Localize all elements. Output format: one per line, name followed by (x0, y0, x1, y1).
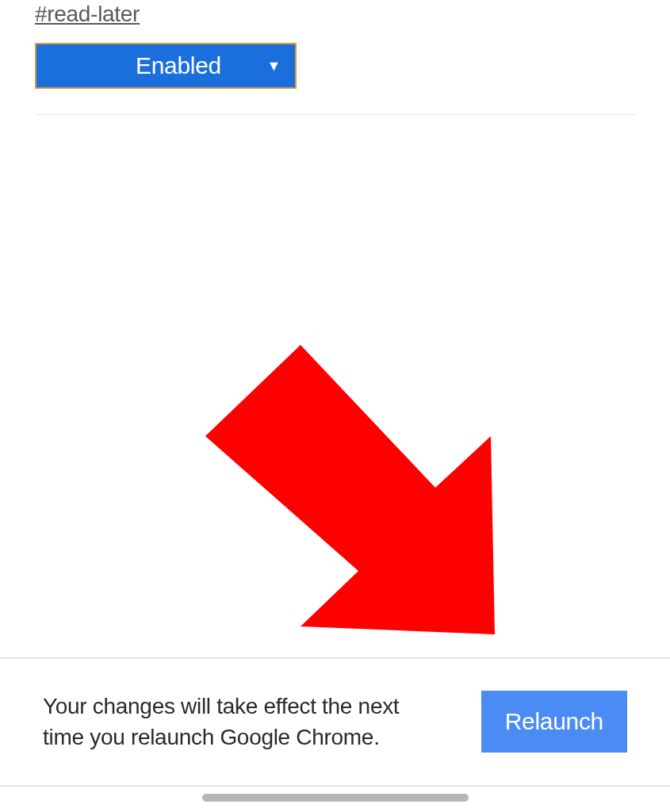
pointer-arrow-icon (162, 345, 503, 646)
relaunch-footer-bar: Your changes will take effect the next t… (0, 657, 670, 787)
chevron-down-icon: ▼ (266, 58, 281, 75)
home-indicator (202, 794, 469, 802)
content-area (35, 115, 635, 642)
flag-state-dropdown[interactable]: Enabled ▼ (35, 43, 297, 89)
dropdown-selected-value: Enabled (36, 52, 295, 79)
flag-hash-link[interactable]: #read-later (35, 0, 140, 43)
relaunch-button[interactable]: Relaunch (481, 691, 627, 753)
dropdown-wrapper: Enabled ▼ (35, 43, 635, 114)
relaunch-message: Your changes will take effect the next t… (43, 691, 431, 754)
flag-section: #read-later Enabled ▼ (0, 0, 670, 114)
